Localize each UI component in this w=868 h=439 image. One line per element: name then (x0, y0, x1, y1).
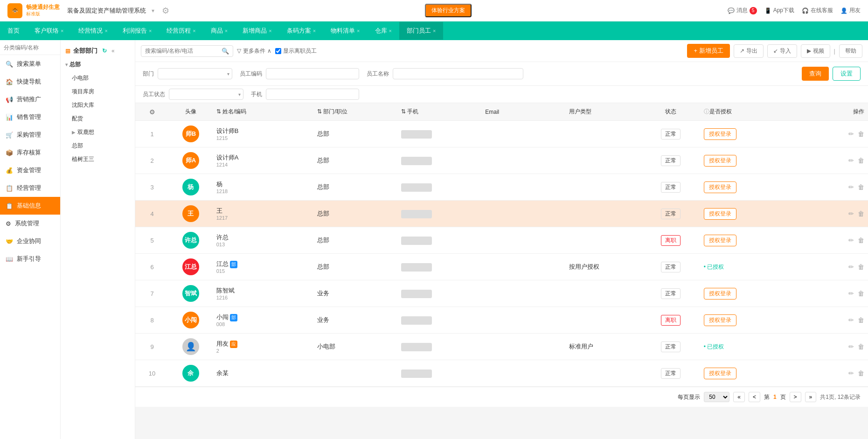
delete-icon[interactable]: 🗑 (858, 343, 864, 350)
employee-name-input[interactable] (393, 68, 523, 79)
first-page-btn[interactable]: « (733, 392, 745, 402)
close-icon[interactable]: × (225, 28, 228, 34)
nav-tab-profit[interactable]: 利润报告 × (115, 22, 159, 40)
sidebar-item-finance[interactable]: 💰 资金管理 (0, 161, 60, 179)
tree-node-distribution[interactable]: 配货 (61, 112, 135, 125)
th-phone[interactable]: ⇅ 手机 (397, 103, 481, 121)
close-icon[interactable]: × (357, 28, 360, 34)
sidebar-item-system[interactable]: ⚙ 系统管理 (0, 215, 60, 232)
edit-icon[interactable]: ✏ (848, 237, 854, 244)
th-name[interactable]: ⇅ 姓名/编码 (213, 103, 313, 121)
add-employee-btn[interactable]: + 新增员工 (687, 44, 729, 58)
tree-node-planting[interactable]: 植树王三 (61, 153, 135, 166)
nav-tab-barcode[interactable]: 条码方案 × (279, 22, 323, 40)
edit-icon[interactable]: ✏ (848, 130, 854, 138)
auth-btn[interactable]: 授权登录 (704, 288, 736, 300)
per-page-select[interactable]: 50 100 (704, 392, 729, 402)
online-service-btn[interactable]: 🎧 在线客服 (802, 7, 833, 14)
view-btn[interactable]: ▶ 视频 (801, 44, 830, 58)
tree-node-hq[interactable]: 总部 (61, 139, 135, 153)
refresh-icon[interactable]: ↻ (102, 48, 107, 54)
search-btn[interactable]: 查询 (802, 67, 829, 81)
nav-tab-add-goods[interactable]: 新增商品 × (235, 22, 279, 40)
search-icon[interactable]: 🔍 (222, 48, 229, 55)
edit-icon[interactable]: ✏ (848, 290, 854, 297)
delete-icon[interactable]: 🗑 (858, 157, 864, 164)
experience-btn[interactable]: 体验行业方案 (425, 4, 472, 17)
edit-icon[interactable]: ✏ (848, 316, 854, 324)
tree-node-general[interactable]: ▾ 总部 (61, 58, 135, 71)
close-icon[interactable]: × (104, 28, 107, 34)
next-page-btn[interactable]: > (790, 392, 801, 402)
nav-tab-business[interactable]: 经营情况 × (71, 22, 115, 40)
sidebar-item-purchase[interactable]: 🛒 采购管理 (0, 126, 60, 144)
prev-page-btn[interactable]: < (749, 392, 760, 402)
th-dept[interactable]: ⇅ 部门/职位 (313, 103, 397, 121)
edit-icon[interactable]: ✏ (848, 343, 854, 350)
sidebar-item-basic-info[interactable]: 📋 基础信息 (0, 197, 60, 215)
nav-tab-employee[interactable]: 部门员工 × (399, 22, 443, 40)
close-icon[interactable]: × (313, 28, 316, 34)
edit-icon[interactable]: ✏ (848, 210, 854, 217)
delete-icon[interactable]: 🗑 (858, 263, 864, 271)
edit-icon[interactable]: ✏ (848, 369, 854, 377)
user-avatar[interactable]: 👤 用友 (840, 7, 861, 14)
sidebar-item-nav[interactable]: 🏠 快捷导航 (0, 73, 60, 91)
delete-icon[interactable]: 🗑 (858, 369, 864, 377)
sidebar-item-inventory[interactable]: 📦 库存核算 (0, 144, 60, 161)
close-icon[interactable]: × (433, 28, 436, 34)
auth-btn[interactable]: 授权登录 (704, 235, 736, 246)
auth-btn[interactable]: 授权登录 (704, 314, 736, 326)
collapse-icon[interactable]: « (111, 48, 115, 54)
last-page-btn[interactable]: » (805, 392, 817, 402)
auth-btn[interactable]: 授权登录 (704, 181, 736, 193)
edit-icon[interactable]: ✏ (848, 157, 854, 164)
gear-icon[interactable]: ⚙ (149, 108, 155, 116)
sidebar-item-sales[interactable]: 📊 销售管理 (0, 108, 60, 126)
set-btn[interactable]: 设置 (833, 67, 861, 81)
edit-icon[interactable]: ✏ (848, 263, 854, 271)
nav-tab-bom[interactable]: 物料清单 × (323, 22, 367, 40)
sidebar-search-input[interactable] (4, 44, 61, 51)
tree-node-shuanglu[interactable]: ▶ 双鹿想 (61, 125, 135, 139)
nav-tab-warehouse[interactable]: 仓库 × (368, 22, 399, 40)
auth-btn[interactable]: 授权登录 (704, 155, 736, 167)
tree-node-shenyang[interactable]: 沈阳大库 (61, 98, 135, 112)
delete-icon[interactable]: 🗑 (858, 210, 864, 217)
dept-select[interactable] (158, 68, 232, 79)
help-btn[interactable]: 帮助 (839, 44, 862, 58)
tree-node-electronics[interactable]: 小电部 (61, 71, 135, 85)
sidebar-item-search[interactable]: 🔍 搜索菜单 (0, 55, 60, 73)
search-input[interactable] (145, 48, 220, 54)
auth-btn[interactable]: 授权登录 (704, 368, 736, 379)
close-icon[interactable]: × (193, 28, 195, 34)
app-download-btn[interactable]: 📱 App下载 (764, 7, 794, 14)
delete-icon[interactable]: 🗑 (858, 290, 864, 297)
close-icon[interactable]: × (149, 28, 152, 34)
nav-tab-goods[interactable]: 商品 × (203, 22, 235, 40)
show-resigned-checkbox[interactable] (275, 48, 281, 54)
employee-code-input[interactable] (266, 68, 359, 79)
nav-tab-home[interactable]: 首页 (0, 22, 27, 40)
status-select[interactable] (169, 89, 243, 100)
settings-icon[interactable]: ⚙ (162, 6, 169, 16)
nav-tab-customer[interactable]: 客户联络 × (27, 22, 71, 40)
delete-icon[interactable]: 🗑 (858, 183, 864, 191)
delete-icon[interactable]: 🗑 (858, 316, 864, 324)
close-icon[interactable]: × (269, 28, 271, 34)
import-btn[interactable]: ↙ 导入 (767, 44, 797, 58)
export-btn[interactable]: ↗ 导出 (734, 44, 764, 58)
auth-btn[interactable]: 授权登录 (704, 208, 736, 220)
delete-icon[interactable]: 🗑 (858, 130, 864, 138)
sidebar-item-collab[interactable]: 🤝 企业协同 (0, 232, 60, 250)
phone-input[interactable] (266, 89, 359, 100)
sidebar-item-marketing[interactable]: 📢 营销推广 (0, 91, 60, 108)
message-btn[interactable]: 💬 消息 5 (728, 7, 757, 14)
edit-icon[interactable]: ✏ (848, 183, 854, 191)
delete-icon[interactable]: 🗑 (858, 237, 864, 244)
nav-tab-history[interactable]: 经营历程 × (159, 22, 203, 40)
auth-btn[interactable]: 授权登录 (704, 128, 736, 140)
more-filters-btn[interactable]: ▽ 更多条件 ∧ (237, 47, 271, 55)
sidebar-item-guide[interactable]: 📖 新手引导 (0, 250, 60, 268)
tree-node-project[interactable]: 项目库房 (61, 85, 135, 98)
